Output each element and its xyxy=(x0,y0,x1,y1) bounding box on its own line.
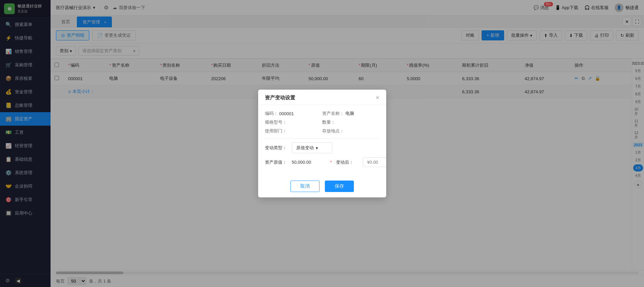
spec-label: 规格型号： xyxy=(265,119,287,125)
cancel-button[interactable]: 取消 xyxy=(290,181,319,192)
after-change-label: 变动后： xyxy=(336,159,360,165)
required-star: * xyxy=(330,160,332,165)
dialog-body: 编码： 000001 资产名称： 电脑 规格型号： 数量： xyxy=(258,105,386,177)
dialog-header: 资产变动设置 × xyxy=(258,90,386,105)
dialog-title: 资产变动设置 xyxy=(265,95,295,101)
quantity-label: 数量： xyxy=(322,119,335,125)
dialog-department-item: 使用部门： xyxy=(265,128,322,134)
change-type-row: 变动类型： 原值变动 ▾ xyxy=(265,142,379,153)
dialog-asset-name-item: 资产名称： 电脑 xyxy=(322,110,379,117)
code-value: 000001 xyxy=(279,111,294,116)
dialog-close-button[interactable]: × xyxy=(376,94,379,101)
code-label: 编码： xyxy=(265,110,278,117)
asset-change-dialog: 资产变动设置 × 编码： 000001 资产名称： 电脑 规格型号： xyxy=(258,90,386,197)
dialog-info-row-3: 使用部门： 存放地点： xyxy=(265,128,379,134)
dialog-code-item: 编码： 000001 xyxy=(265,110,322,117)
asset-name-value: 电脑 xyxy=(345,110,354,117)
asset-name-label: 资产名称： xyxy=(322,110,344,117)
change-type-value: 原值变动 xyxy=(296,145,314,151)
dialog-divider xyxy=(265,138,379,138)
save-button[interactable]: 保存 xyxy=(325,181,354,192)
change-type-label: 变动类型： xyxy=(265,145,289,151)
dialog-storage-item: 存放地点： xyxy=(322,128,379,134)
dialog-footer: 取消 保存 xyxy=(258,177,386,197)
dialog-info-row-2: 规格型号： 数量： xyxy=(265,119,379,125)
change-type-select[interactable]: 原值变动 ▾ xyxy=(292,142,332,153)
change-type-chevron-icon: ▾ xyxy=(316,146,318,151)
dialog-quantity-item: 数量： xyxy=(322,119,379,125)
modal-overlay[interactable]: 资产变动设置 × 编码： 000001 资产名称： 电脑 规格型号： xyxy=(0,0,644,287)
dialog-info-row-1: 编码： 000001 资产名称： 电脑 xyxy=(265,110,379,117)
original-value-label: 资产原值： xyxy=(265,159,289,165)
after-change-input[interactable] xyxy=(363,157,386,167)
dialog-spec-item: 规格型号： xyxy=(265,119,322,125)
department-label: 使用部门： xyxy=(265,128,287,134)
storage-label: 存放地点： xyxy=(322,128,344,134)
original-value-display: 50,000.00 xyxy=(292,160,322,165)
original-value-row: 资产原值： 50,000.00 * 变动后： xyxy=(265,157,379,167)
